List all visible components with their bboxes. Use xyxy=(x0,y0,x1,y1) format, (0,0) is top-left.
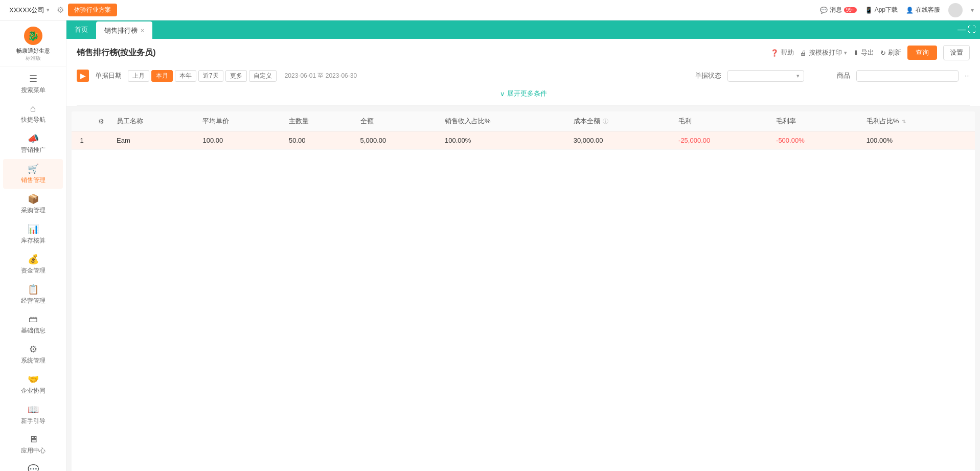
finance-icon: 💰 xyxy=(28,254,39,265)
maximize-button[interactable]: ⛶ xyxy=(968,25,976,34)
table-header: ⚙ 员工名称 平均单价 主数量 全额 xyxy=(72,111,975,131)
home-icon: ⌂ xyxy=(30,103,36,114)
logo-sub: 标准版 xyxy=(26,55,41,62)
online-service-button[interactable]: 👤 在线客服 xyxy=(906,6,940,14)
template-print-button[interactable]: 🖨 按模板打印 ▾ xyxy=(800,48,847,57)
company-selector[interactable]: XXXXX公司 ▾ xyxy=(6,5,53,16)
sales-icon: 🛒 xyxy=(28,163,39,174)
cell-gross: -25,000.00 xyxy=(672,131,770,150)
print-icon: 🖨 xyxy=(800,49,807,57)
status-chevron-icon: ▾ xyxy=(796,73,800,79)
sidebar-label-shortcuts: 快捷导航 xyxy=(21,116,45,124)
sidebar-item-apps[interactable]: 🖥 应用中心 xyxy=(3,430,63,459)
status-select-value xyxy=(732,72,734,80)
th-qty: 主数量 xyxy=(283,111,354,131)
experience-button[interactable]: 体验行业方案 xyxy=(68,4,117,16)
status-select[interactable]: ▾ xyxy=(727,70,804,82)
sidebar-item-purchase[interactable]: 📦 采购管理 xyxy=(3,189,63,219)
system-icon: ⚙ xyxy=(29,344,37,355)
date-options: 上月 本月 本年 近7天 更多 自定义 xyxy=(128,70,277,82)
sidebar-label-search: 搜索菜单 xyxy=(21,86,45,95)
minimize-button[interactable]: — xyxy=(958,25,966,34)
avatar[interactable] xyxy=(948,3,963,17)
tab-bar: 首页 销售排行榜 × — ⛶ xyxy=(66,20,980,39)
filter-toggle-button[interactable]: ▶ xyxy=(77,70,89,82)
date-btn-last-month[interactable]: 上月 xyxy=(128,70,149,82)
cell-gross-pct: 100.00% xyxy=(860,131,975,150)
sidebar-label-inventory: 库存核算 xyxy=(21,236,45,245)
sidebar-label-purchase: 采购管理 xyxy=(21,206,45,215)
sidebar-item-collab[interactable]: 🤝 企业协同 xyxy=(3,370,63,399)
refresh-icon: ↻ xyxy=(880,49,886,57)
th-index xyxy=(72,111,92,131)
message-button[interactable]: 💬 消息 99+ xyxy=(820,6,857,14)
date-btn-this-year[interactable]: 本年 xyxy=(175,70,196,82)
cost-info-icon[interactable]: ⓘ xyxy=(603,118,608,124)
th-gross-pct: 毛利占比% ⇅ xyxy=(860,111,975,131)
apps-icon: 🖥 xyxy=(29,434,38,445)
expand-chevron-icon: ∨ xyxy=(500,90,505,98)
help-link[interactable]: ❓ 帮助 xyxy=(770,48,794,57)
inventory-icon: 📊 xyxy=(28,223,39,235)
marketing-icon: 📣 xyxy=(28,133,39,144)
sidebar-item-search[interactable]: ☰ 搜索菜单 xyxy=(3,69,63,99)
username: ▾ xyxy=(971,7,974,14)
th-cost: 成本全额 ⓘ xyxy=(567,111,672,131)
th-avg-price: 平均单价 xyxy=(196,111,282,131)
header-row: ⚙ 员工名称 平均单价 主数量 全额 xyxy=(72,111,975,131)
sidebar-item-marketing[interactable]: 📣 营销推广 xyxy=(3,129,63,159)
message-icon: 💬 xyxy=(820,7,828,14)
sidebar-item-guide[interactable]: 📖 新手引导 xyxy=(3,400,63,430)
sidebar-item-sales[interactable]: 🛒 销售管理 xyxy=(3,159,63,189)
date-btn-7days[interactable]: 近7天 xyxy=(198,70,223,82)
export-button[interactable]: ⬇ 导出 xyxy=(853,48,874,57)
sidebar-label-collab: 企业协同 xyxy=(21,387,45,395)
goods-more-icon[interactable]: ··· xyxy=(965,72,970,79)
page-content: 销售排行榜(按业务员) ❓ 帮助 🖨 按模板打印 ▾ ⬇ xyxy=(66,39,980,471)
date-btn-more[interactable]: 更多 xyxy=(225,70,247,82)
goods-input[interactable] xyxy=(856,70,959,82)
cell-index: 1 xyxy=(72,131,92,150)
date-btn-custom[interactable]: 自定义 xyxy=(249,70,277,82)
expand-filter-button[interactable]: ∨ 展开更多条件 xyxy=(500,86,547,101)
sidebar-item-shortcuts[interactable]: ⌂ 快捷导航 xyxy=(3,99,63,128)
top-header: XXXXX公司 ▾ ⚙ 体验行业方案 💬 消息 99+ 📱 App下载 👤 在线… xyxy=(0,0,980,20)
th-settings[interactable]: ⚙ xyxy=(92,111,110,131)
th-employee-name: 员工名称 xyxy=(110,111,196,131)
print-chevron-icon: ▾ xyxy=(844,50,847,56)
main-layout: 🐉 畅康通好生意 标准版 ☰ 搜索菜单 ⌂ 快捷导航 📣 营销推广 🛒 销售管理 xyxy=(0,20,980,471)
sidebar-item-wechat[interactable]: 💬 企业微信 xyxy=(3,460,63,471)
message-badge: 99+ xyxy=(844,7,857,13)
query-button[interactable]: 查询 xyxy=(907,46,937,60)
settings-icon[interactable]: ⚙ xyxy=(57,5,64,15)
export-icon: ⬇ xyxy=(853,49,859,57)
date-btn-this-month[interactable]: 本月 xyxy=(151,70,173,82)
settings-button[interactable]: 设置 xyxy=(943,45,970,60)
gross-pct-sort-icon[interactable]: ⇅ xyxy=(902,119,906,124)
sidebar-label-basics: 基础信息 xyxy=(21,326,45,335)
th-gross-rate: 毛利率 xyxy=(770,111,860,131)
goods-label: 商品 xyxy=(837,71,850,80)
sidebar-label-system: 系统管理 xyxy=(21,356,45,365)
tab-home[interactable]: 首页 xyxy=(66,20,96,39)
chevron-down-icon: ▾ xyxy=(47,7,50,13)
sidebar-item-system[interactable]: ⚙ 系统管理 xyxy=(3,340,63,369)
sidebar-item-finance[interactable]: 💰 资金管理 xyxy=(3,250,63,279)
tab-close-icon[interactable]: × xyxy=(141,27,144,34)
app-download-button[interactable]: 📱 App下载 xyxy=(865,6,898,14)
page-header: 销售排行榜(按业务员) ❓ 帮助 🖨 按模板打印 ▾ ⬇ xyxy=(66,39,980,106)
sidebar-item-inventory[interactable]: 📊 库存核算 xyxy=(3,219,63,249)
sidebar-item-operations[interactable]: 📋 经营管理 xyxy=(3,280,63,309)
sidebar-label-operations: 经营管理 xyxy=(21,297,45,305)
template-print-label: 按模板打印 xyxy=(809,48,842,57)
refresh-button[interactable]: ↻ 刷新 xyxy=(880,48,901,57)
tab-sales-ranking[interactable]: 销售排行榜 × xyxy=(96,21,152,40)
refresh-label: 刷新 xyxy=(888,48,901,57)
cell-employee-name: Eam xyxy=(110,131,196,150)
basics-icon: 🗃 xyxy=(29,314,38,325)
filter-row2: ∨ 展开更多条件 xyxy=(77,86,970,101)
service-icon: 👤 xyxy=(906,7,914,14)
sidebar-item-basics[interactable]: 🗃 基础信息 xyxy=(3,310,63,339)
export-label: 导出 xyxy=(861,48,874,57)
cell-gross-rate: -500.00% xyxy=(770,131,860,150)
